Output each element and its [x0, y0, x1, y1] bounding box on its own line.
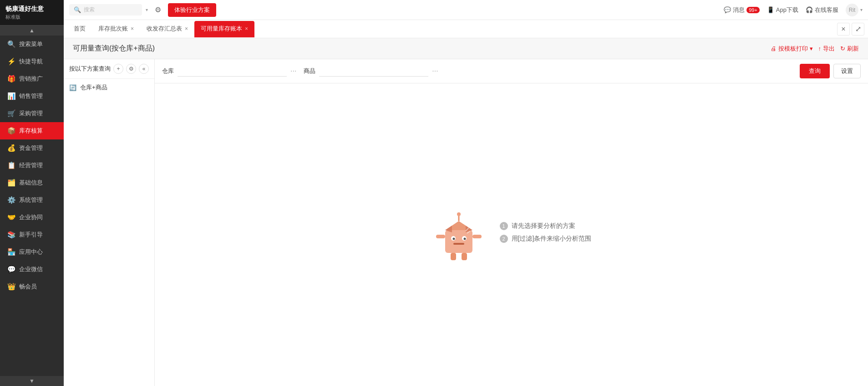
industry-solution-button[interactable]: 体验行业方案: [168, 3, 216, 17]
robot-svg: [431, 207, 486, 262]
message-badge: 99+: [746, 7, 760, 13]
tab-available-ledger-label: 可用量库存账本: [201, 25, 242, 33]
app-download-icon: 📱: [767, 6, 774, 13]
export-button[interactable]: ↑ 导出: [818, 45, 835, 53]
settings-scheme-button[interactable]: ⚙: [126, 64, 136, 74]
print-label: 按模板打印: [778, 45, 808, 53]
collapse-panel-button[interactable]: «: [139, 64, 149, 74]
company-name: 畅康通好生意: [5, 5, 58, 14]
online-service-label: 在线客服: [815, 6, 838, 14]
settings-gear-icon[interactable]: ⚙: [152, 4, 164, 16]
filter-bar: 仓库 ··· 商品 ··· 查询 设置: [155, 59, 868, 83]
sidebar-item-vip-member[interactable]: 👑畅会员: [0, 278, 64, 295]
sidebar-logo: 畅康通好生意 标准版: [0, 0, 64, 26]
sidebar-item-label: 快捷导航: [19, 57, 43, 66]
tab-available-ledger-close-icon[interactable]: ×: [245, 26, 248, 32]
left-panel-header-actions: + ⚙ «: [113, 64, 149, 74]
dropdown-chevron-icon[interactable]: ▾: [146, 7, 148, 12]
warehouse-filter-label: 仓库: [162, 67, 174, 75]
svg-rect-11: [451, 253, 456, 260]
version-label: 标准版: [5, 14, 58, 21]
tab-available-ledger[interactable]: 可用量库存账本 ×: [194, 21, 254, 37]
main-area: 🔍 搜索 ▾ ⚙ 体验行业方案 💬 消息 99+ 📱 App下载 🎧 在线客服 …: [64, 0, 868, 386]
sidebar-item-label: 营销推广: [19, 75, 43, 83]
svg-rect-9: [436, 235, 445, 238]
enterprise-wechat-icon: 💬: [7, 265, 15, 273]
enterprise-coop-icon: 🤝: [7, 213, 15, 221]
add-scheme-button[interactable]: +: [113, 64, 123, 74]
message-label: 消息: [733, 6, 745, 14]
svg-rect-8: [453, 243, 464, 245]
tab-batch-account-label: 库存批次账: [98, 25, 128, 33]
sidebar-item-label: 销售管理: [19, 92, 43, 100]
sidebar-item-app-center[interactable]: 🏪应用中心: [0, 243, 64, 261]
sidebar-item-shortcut[interactable]: ⚡快捷导航: [0, 53, 64, 70]
print-chevron-icon: ▾: [810, 45, 813, 52]
sidebar-item-label: 畅会员: [19, 283, 37, 291]
sidebar-item-label: 企业微信: [19, 265, 43, 273]
sidebar-item-new-guide[interactable]: 📚新手引导: [0, 226, 64, 243]
sidebar-item-sales-mgmt[interactable]: 📊销售管理: [0, 87, 64, 105]
tab-recv-summary-label: 收发存汇总表: [147, 25, 182, 33]
search-placeholder: 搜索: [84, 6, 95, 14]
sidebar-item-sys-mgmt[interactable]: ⚙️系统管理: [0, 191, 64, 209]
sidebar-item-search[interactable]: 🔍搜索菜单: [0, 36, 64, 53]
scheme-item-warehouse-product[interactable]: 🔄 仓库+商品: [64, 79, 154, 96]
page-header: 可用量查询(按仓库+商品) 🖨 按模板打印 ▾ ↑ 导出 ↻ 刷新: [64, 38, 868, 59]
topbar-right: 💬 消息 99+ 📱 App下载 🎧 在线客服 Rit ▾: [724, 4, 863, 16]
tab-batch-account[interactable]: 库存批次账 ×: [92, 21, 140, 37]
message-button[interactable]: 💬 消息 99+: [724, 6, 760, 14]
sidebar-item-label: 库存核算: [19, 127, 43, 135]
left-panel-title: 按以下方案查询: [69, 65, 111, 73]
tab-batch-account-close-icon[interactable]: ×: [131, 26, 134, 32]
export-icon: ↑: [818, 45, 822, 52]
page-header-actions: 🖨 按模板打印 ▾ ↑ 导出 ↻ 刷新: [771, 45, 859, 53]
sidebar-item-label: 基础信息: [19, 179, 43, 187]
filter-settings-button[interactable]: 设置: [833, 64, 861, 78]
warehouse-more-icon[interactable]: ···: [290, 67, 296, 75]
sidebar-scroll-up[interactable]: ▲: [0, 26, 64, 36]
refresh-label: 刷新: [847, 45, 859, 53]
tab-home-label: 首页: [74, 25, 86, 33]
product-filter-input[interactable]: [319, 66, 428, 77]
topbar-search[interactable]: 🔍 搜索: [69, 4, 142, 15]
warehouse-filter-input[interactable]: [178, 66, 287, 77]
warehouse-filter-group: 仓库 ···: [162, 66, 296, 77]
tab-expand-button[interactable]: ⤢: [852, 23, 864, 36]
step2-text: 用[过滤]条件来缩小分析范围: [512, 235, 592, 243]
headset-icon: 🎧: [806, 6, 813, 13]
sidebar: 畅康通好生意 标准版 ▲ 🔍搜索菜单⚡快捷导航🎁营销推广📊销售管理🛒采购管理📦库…: [0, 0, 64, 386]
user-profile-button[interactable]: Rit ▾: [846, 4, 863, 16]
sidebar-item-label: 新手引导: [19, 231, 43, 239]
sidebar-item-purchase-mgmt[interactable]: 🛒采购管理: [0, 105, 64, 122]
sys-mgmt-icon: ⚙️: [7, 196, 15, 204]
product-more-icon[interactable]: ···: [432, 67, 438, 75]
tab-recv-summary[interactable]: 收发存汇总表 ×: [140, 21, 194, 37]
ops-mgmt-icon: 📋: [7, 161, 15, 170]
sidebar-item-inventory-calc[interactable]: 📦库存核算: [0, 122, 64, 139]
sidebar-item-enterprise-wechat[interactable]: 💬企业微信: [0, 261, 64, 278]
sales-mgmt-icon: 📊: [7, 92, 15, 100]
app-download-button[interactable]: 📱 App下载: [767, 6, 798, 14]
sidebar-item-fund-mgmt[interactable]: 💰资金管理: [0, 139, 64, 157]
tab-recv-summary-close-icon[interactable]: ×: [185, 26, 188, 32]
online-service-button[interactable]: 🎧 在线客服: [806, 6, 838, 14]
sidebar-item-basic-info[interactable]: 🗂️基础信息: [0, 174, 64, 191]
sidebar-item-marketing-promo[interactable]: 🎁营销推广: [0, 70, 64, 87]
sidebar-item-enterprise-coop[interactable]: 🤝企业协同: [0, 209, 64, 226]
right-panel: 仓库 ··· 商品 ··· 查询 设置: [155, 59, 868, 386]
message-icon: 💬: [724, 6, 731, 13]
svg-rect-12: [462, 253, 467, 260]
tabbar: 首页 库存批次账 × 收发存汇总表 × 可用量库存账本 × × ⤢: [64, 20, 868, 38]
tab-close-button[interactable]: ×: [837, 23, 850, 36]
refresh-button[interactable]: ↻ 刷新: [840, 45, 859, 53]
sidebar-item-ops-mgmt[interactable]: 📋经营管理: [0, 157, 64, 174]
empty-step1: 1 请先选择要分析的方案: [500, 222, 592, 230]
print-template-button[interactable]: 🖨 按模板打印 ▾: [771, 45, 813, 53]
vip-member-icon: 👑: [7, 283, 15, 291]
topbar: 🔍 搜索 ▾ ⚙ 体验行业方案 💬 消息 99+ 📱 App下载 🎧 在线客服 …: [64, 0, 868, 20]
search-icon: 🔍: [7, 40, 15, 48]
tab-home[interactable]: 首页: [67, 21, 92, 37]
query-button[interactable]: 查询: [800, 64, 830, 78]
sidebar-scroll-down[interactable]: ▼: [0, 376, 64, 386]
